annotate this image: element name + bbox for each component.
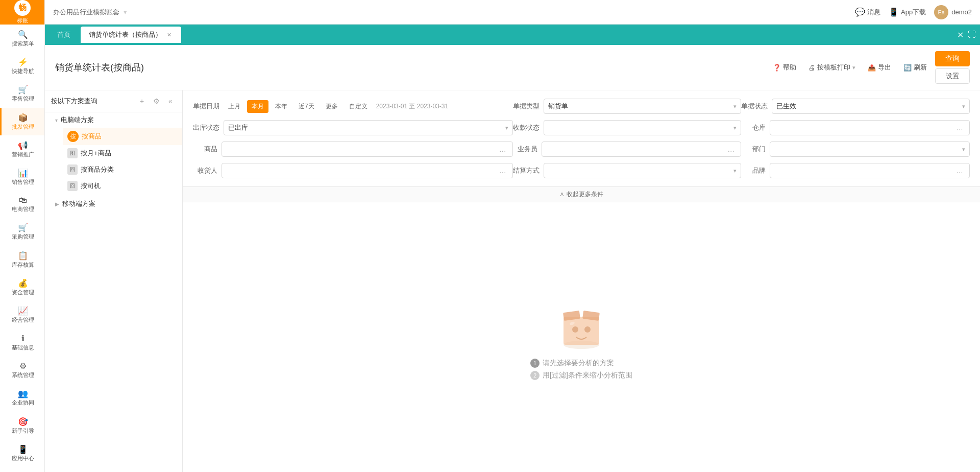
help-button[interactable]: ❓ 帮助 bbox=[769, 61, 800, 74]
tree-item-category[interactable]: 回 按商品分类 bbox=[63, 161, 182, 178]
header-left: 办公用品行业模拟账套 ▾ bbox=[53, 8, 127, 17]
doc-type-select[interactable]: 销货单 ▾ bbox=[544, 99, 742, 114]
menu-icon-6: 🛍 bbox=[19, 196, 27, 205]
app-subtitle: 标账 bbox=[17, 17, 28, 25]
filter-row-1: 单据日期 上月 本月 本年 近7天 更多 自定义 2023-03-01 至 20… bbox=[193, 99, 970, 114]
tree-node-mobile[interactable]: ▶ 移动端方案 bbox=[45, 196, 182, 211]
settlement-label: 结算方式 bbox=[513, 166, 544, 175]
brand-select[interactable]: … bbox=[770, 163, 970, 178]
tab-home[interactable]: 首页 bbox=[49, 27, 79, 43]
sidebar-item-9[interactable]: 💰资金管理 bbox=[0, 273, 44, 301]
this-month-tab[interactable]: 本月 bbox=[247, 100, 268, 113]
message-icon: 💬 bbox=[855, 7, 865, 17]
page-toolbar: ❓ 帮助 🖨 按模板打印 ▾ 📤 导出 🔄 刷新 查询 bbox=[769, 51, 970, 84]
refresh-icon: 🔄 bbox=[903, 64, 912, 72]
tab-close-all-icon[interactable]: ✕ bbox=[957, 30, 964, 40]
left-panel-title: 按以下方案查询 bbox=[51, 97, 133, 106]
empty-hint-1: 请先选择要分析的方案 bbox=[530, 359, 632, 368]
tree-item-month-product[interactable]: 图 按月+商品 bbox=[63, 145, 182, 161]
menu-icon-7: 🛒 bbox=[18, 223, 28, 232]
sidebar-item-5[interactable]: 📊销售管理 bbox=[0, 163, 44, 191]
warehouse-select[interactable]: 已出库 ▾ bbox=[224, 120, 513, 135]
add-scheme-icon[interactable]: + bbox=[136, 96, 148, 107]
last7-tab[interactable]: 近7天 bbox=[294, 100, 319, 113]
print-arrow-icon[interactable]: ▾ bbox=[852, 64, 855, 71]
doc-status-select[interactable]: 已生效 ▾ bbox=[772, 99, 970, 114]
app-download-button[interactable]: 📱 App下载 bbox=[889, 7, 926, 17]
menu-icon-11: ℹ bbox=[21, 334, 24, 343]
salesman-select[interactable]: … bbox=[542, 141, 742, 157]
product-ellipsis[interactable]: … bbox=[497, 145, 508, 153]
action-buttons: 查询 设置 bbox=[935, 51, 970, 84]
date-tabs-container: 上月 本月 本年 近7天 更多 自定义 2023-03-01 至 2023-03… bbox=[224, 100, 513, 113]
app-download-label: App下载 bbox=[901, 8, 926, 17]
recipient-ellipsis[interactable]: … bbox=[497, 167, 508, 175]
storage-ellipsis[interactable]: … bbox=[954, 124, 965, 132]
sidebar-item-0[interactable]: 🔍搜索菜单 bbox=[0, 25, 44, 52]
sidebar-item-11[interactable]: ℹ基础信息 bbox=[0, 328, 44, 356]
tab-bar: 首页 销货单统计表（按商品） ✕ ✕ ⛶ bbox=[45, 25, 980, 45]
user-menu[interactable]: Ea demo2 bbox=[934, 5, 972, 19]
refresh-button[interactable]: 🔄 刷新 bbox=[899, 61, 931, 74]
query-button[interactable]: 查询 bbox=[935, 51, 970, 66]
sidebar-item-6[interactable]: 🛍电商管理 bbox=[0, 191, 44, 218]
collapse-bar[interactable]: ∧ 收起更多条件 bbox=[183, 187, 980, 202]
print-icon: 🖨 bbox=[808, 64, 815, 72]
help-label: 帮助 bbox=[783, 63, 796, 72]
settings-button[interactable]: 设置 bbox=[935, 68, 970, 84]
payment-select[interactable]: ▾ bbox=[544, 120, 742, 135]
doc-type-value: 销货单 bbox=[548, 102, 568, 111]
tree-node-desktop[interactable]: ▾ 电脑端方案 bbox=[45, 112, 182, 128]
salesman-ellipsis[interactable]: … bbox=[725, 145, 737, 153]
sidebar-item-13[interactable]: 👥企业协同 bbox=[0, 384, 44, 411]
more-tab[interactable]: 更多 bbox=[321, 100, 342, 113]
menu-icon-14: 🎯 bbox=[18, 417, 28, 427]
scheme-settings-icon[interactable]: ⚙ bbox=[151, 96, 162, 107]
tab-sales-statistics[interactable]: 销货单统计表（按商品） ✕ bbox=[81, 27, 181, 43]
workspace-arrow[interactable]: ▾ bbox=[124, 8, 127, 16]
user-avatar: Ea bbox=[934, 5, 948, 19]
tab-close-icon[interactable]: ✕ bbox=[165, 31, 173, 39]
sidebar-item-15[interactable]: 📱应用中心 bbox=[0, 439, 44, 467]
empty-state: 请先选择要分析的方案 用[过滤]条件来缩小分析范围 bbox=[183, 202, 980, 472]
salesman-label: 业务员 bbox=[513, 145, 542, 154]
custom-tab[interactable]: 自定义 bbox=[345, 100, 372, 113]
settlement-select[interactable]: ▾ bbox=[544, 163, 742, 178]
product-select[interactable]: … bbox=[222, 141, 513, 157]
sidebar-item-14[interactable]: 🎯新手引导 bbox=[0, 412, 44, 439]
collapse-panel-icon[interactable]: « bbox=[165, 96, 176, 107]
tree-item-driver[interactable]: 回 按司机 bbox=[63, 178, 182, 194]
sidebar-item-10[interactable]: 📈经营管理 bbox=[0, 301, 44, 328]
menu-icon-9: 💰 bbox=[18, 278, 28, 288]
sidebar-item-1[interactable]: ⚡快捷导航 bbox=[0, 52, 44, 80]
export-button[interactable]: 📤 导出 bbox=[864, 61, 895, 74]
export-label: 导出 bbox=[878, 63, 891, 72]
sidebar-item-8[interactable]: 📋库存核算 bbox=[0, 246, 44, 273]
sidebar-item-16[interactable]: 💬企业微信 bbox=[0, 467, 44, 472]
storage-select[interactable]: … bbox=[770, 120, 970, 135]
message-button[interactable]: 💬 消息 bbox=[855, 7, 880, 17]
tree-mobile-arrow: ▶ bbox=[55, 201, 59, 207]
top-header: 办公用品行业模拟账套 ▾ 💬 消息 📱 App下载 Ea demo2 bbox=[45, 0, 980, 25]
print-button[interactable]: 🖨 按模板打印 ▾ bbox=[804, 61, 860, 74]
payment-filter: 收款状态 ▾ bbox=[513, 120, 742, 135]
tab-expand-icon[interactable]: ⛶ bbox=[968, 30, 976, 39]
salesman-filter: 业务员 … bbox=[513, 141, 742, 157]
sidebar-item-2[interactable]: 🛒零售管理 bbox=[0, 80, 44, 107]
last-month-tab[interactable]: 上月 bbox=[224, 100, 245, 113]
menu-icon-15: 📱 bbox=[18, 444, 28, 454]
app-logo[interactable]: 畅 标账 bbox=[0, 0, 44, 25]
recipient-select[interactable]: … bbox=[222, 163, 513, 178]
brand-ellipsis[interactable]: … bbox=[954, 167, 965, 175]
sidebar-item-3[interactable]: 📦批发管理 bbox=[0, 108, 44, 135]
dept-select[interactable]: ▾ bbox=[770, 141, 970, 157]
sidebar-item-12[interactable]: ⚙系统管理 bbox=[0, 356, 44, 384]
sidebar-item-4[interactable]: 📢营销推广 bbox=[0, 135, 44, 163]
tree-mobile-label: 移动端方案 bbox=[62, 199, 95, 208]
doc-type-filter: 单据类型 销货单 ▾ bbox=[513, 99, 742, 114]
export-icon: 📤 bbox=[868, 64, 876, 72]
tree-item-product[interactable]: 按 按商品 bbox=[63, 128, 182, 145]
sidebar-item-7[interactable]: 🛒采购管理 bbox=[0, 218, 44, 245]
left-panel-header: 按以下方案查询 + ⚙ « bbox=[45, 90, 182, 112]
this-year-tab[interactable]: 本年 bbox=[271, 100, 292, 113]
